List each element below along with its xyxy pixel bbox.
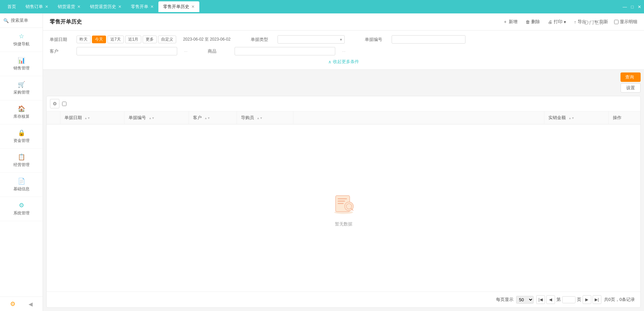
filter-row-1: 单据日期 昨天 今天 近7天 近1月 更多 自定义 2023-06-02 至 2… (50, 35, 637, 44)
sales-mgmt-icon: 📊 (18, 57, 25, 64)
tab-close-sales-order[interactable]: ✕ (45, 5, 48, 9)
sidebar-item-system[interactable]: ⚙ 系统管理 (0, 197, 43, 221)
action-buttons: 查询 设置 (621, 70, 641, 93)
sort-number-icon: ▲▼ (149, 116, 155, 120)
basic-info-icon: 📄 (18, 177, 25, 185)
type-select[interactable] (278, 35, 345, 44)
main-layout: 🔍 搜索菜单 ☆ 快捷导航 📊 销售管理 🛒 采购管理 🏠 库存核算 🔒 资金管… (0, 13, 644, 311)
sidebar: 🔍 搜索菜单 ☆ 快捷导航 📊 销售管理 🛒 采购管理 🏠 库存核算 🔒 资金管… (0, 13, 43, 311)
th-date[interactable]: 单据日期 ▲▼ (60, 111, 125, 124)
data-table: 单据日期 ▲▼ 单据编号 ▲▼ 客户 ▲▼ (47, 111, 640, 124)
print-icon: 🖨 (548, 19, 552, 24)
sidebar-search[interactable]: 🔍 搜索菜单 (0, 13, 43, 28)
page-prev-btn[interactable]: ◀ (546, 295, 555, 304)
sidebar-item-operation[interactable]: 📋 经营管理 (0, 149, 43, 173)
show-detail-checkbox-label[interactable]: 显示明细 (614, 19, 637, 25)
table-container: ⚙ 单据日期 ▲▼ 单据编号 ▲▼ (46, 96, 641, 308)
sort-customer-icon: ▲▼ (204, 116, 210, 120)
toolbar: ＋ 新增 🗑 删除 🖨 打印 ▾ ↑ 导出 ↻ 刷新 (501, 17, 638, 30)
date-btn-more[interactable]: 更多 (143, 36, 157, 43)
delete-button[interactable]: 🗑 删除 (524, 17, 542, 26)
window-close[interactable]: ✕ (638, 4, 641, 9)
sidebar-bottom: ⚙ ◀ (0, 297, 43, 311)
table-section: 查询 设置 ⚙ 单据日期 ▲▼ (43, 70, 644, 311)
delete-icon: 🗑 (526, 19, 530, 24)
filter-settings-button[interactable]: 设置 (621, 83, 641, 93)
page-first-btn[interactable]: |◀ (536, 295, 545, 304)
pagination: 每页显示 50 100 200 |◀ ◀ 第 1 页 ▶ ▶| (47, 292, 640, 307)
svg-rect-3 (338, 201, 345, 202)
collapse-arrow-icon: ∧ (328, 59, 332, 64)
table-head: 单据日期 ▲▼ 单据编号 ▲▼ 客户 ▲▼ (47, 111, 640, 124)
sidebar-item-finance[interactable]: 🔒 资金管理 (0, 124, 43, 149)
sidebar-collapse-icon[interactable]: ◀ (29, 301, 33, 307)
filter-date-btns: 昨天 今天 近7天 近1月 更多 自定义 (77, 36, 176, 43)
add-button[interactable]: ＋ 新增 (501, 17, 519, 26)
empty-state: 暂无数据 (47, 124, 640, 292)
goods-input[interactable] (235, 47, 335, 55)
date-btn-yesterday[interactable]: 昨天 (77, 36, 91, 43)
total-label: 共0页，0条记录 (604, 297, 635, 303)
customer-input[interactable] (77, 47, 177, 55)
page-next-btn[interactable]: ▶ (583, 295, 591, 304)
tab-sales-return[interactable]: 销货退货 ✕ (53, 1, 85, 12)
goods-dots[interactable]: ··· (342, 49, 346, 54)
page-last-btn[interactable]: ▶| (593, 295, 601, 304)
type-select-wrapper (278, 35, 345, 44)
sidebar-settings-icon[interactable]: ⚙ (10, 300, 15, 308)
sidebar-item-quick-nav[interactable]: ☆ 快捷导航 (0, 28, 43, 52)
sidebar-item-inventory[interactable]: 🏠 库存核算 (0, 100, 43, 124)
table-header-row: 单据日期 ▲▼ 单据编号 ▲▼ 客户 ▲▼ (47, 111, 640, 124)
table-settings-icon[interactable]: ⚙ (50, 99, 59, 108)
date-btn-7days[interactable]: 近7天 (107, 36, 124, 43)
tab-sales-order[interactable]: 销售订单 ✕ (21, 1, 53, 12)
quick-nav-icon: ☆ (19, 33, 24, 40)
per-page-select[interactable]: 50 100 200 (516, 296, 534, 304)
date-btn-custom[interactable]: 自定义 (158, 36, 176, 43)
tab-close-sales-return-history[interactable]: ✕ (118, 5, 121, 9)
th-checkbox (47, 111, 60, 124)
th-spacer (293, 111, 544, 124)
finance-icon: 🔒 (18, 129, 25, 137)
filter-area: 单据日期 昨天 今天 近7天 近1月 更多 自定义 2023-06-02 至 2… (43, 31, 644, 70)
th-number[interactable]: 单据编号 ▲▼ (125, 111, 189, 124)
sidebar-item-basic-info[interactable]: 📄 基础信息 (0, 173, 43, 197)
tab-retail-open-history[interactable]: 零售开单历史 ✕ (158, 1, 199, 12)
select-all-checkbox[interactable] (62, 102, 66, 106)
th-customer[interactable]: 客户 ▲▼ (189, 111, 237, 124)
tab-retail-open[interactable]: 零售开单 ✕ (126, 1, 158, 12)
customer-label: 客户 (50, 48, 70, 54)
show-detail-checkbox[interactable] (614, 20, 618, 24)
operation-icon: 📋 (18, 153, 25, 161)
th-amount[interactable]: 实销金额 ▲▼ (544, 111, 609, 124)
tab-bar: 首页 销售订单 ✕ 销货退货 ✕ 销货退货历史 ✕ 零售开单 ✕ 零售开单历史 … (0, 0, 644, 13)
date-btn-today[interactable]: 今天 (92, 36, 106, 43)
tab-close-sales-return[interactable]: ✕ (77, 5, 81, 9)
th-salesperson[interactable]: 导购员 ▲▼ (237, 111, 293, 124)
date-label: 单据日期 (50, 37, 70, 43)
search-icon: 🔍 (3, 18, 9, 23)
window-minimize[interactable]: — (623, 4, 627, 9)
sidebar-item-sales-mgmt[interactable]: 📊 销售管理 (0, 52, 43, 76)
tab-close-retail-open[interactable]: ✕ (150, 5, 154, 9)
window-maximize[interactable]: □ (631, 4, 634, 9)
export-button[interactable]: ↑ 导出 (572, 17, 589, 26)
date-btn-1month[interactable]: 近1月 (125, 36, 142, 43)
print-button[interactable]: 🖨 打印 ▾ (546, 17, 568, 26)
tab-sales-return-history[interactable]: 销货退货历史 ✕ (85, 1, 126, 12)
tab-close-retail-open-history[interactable]: ✕ (191, 5, 195, 9)
refresh-button[interactable]: ↻ 刷新 (592, 17, 610, 26)
sidebar-item-purchase-mgmt[interactable]: 🛒 采购管理 (0, 76, 43, 100)
export-icon: ↑ (574, 19, 577, 24)
doc-number-input[interactable] (392, 35, 465, 44)
query-button[interactable]: 查询 (621, 72, 641, 82)
th-action: 操作 (608, 111, 640, 124)
customer-dots[interactable]: ··· (184, 49, 188, 54)
table-toolbar: ⚙ (47, 96, 640, 111)
goods-label: 商品 (208, 48, 228, 54)
page-input[interactable]: 1 (562, 296, 576, 303)
tab-home[interactable]: 首页 (3, 1, 21, 12)
date-range-text: 2023-06-02 至 2023-06-02 (183, 37, 230, 42)
collapse-btn[interactable]: ∧ 收起更多条件 (50, 59, 637, 65)
page-nav: |◀ ◀ 第 1 页 ▶ ▶| (536, 295, 601, 304)
